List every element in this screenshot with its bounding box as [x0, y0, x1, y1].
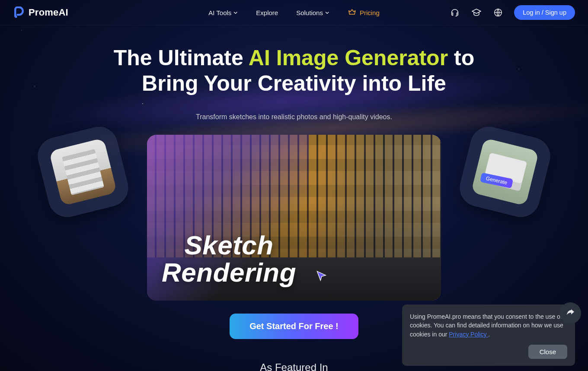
nav-pricing[interactable]: Pricing	[348, 8, 380, 18]
hero-title: The Ultimate AI Image Generator to Bring…	[86, 45, 502, 96]
nav-pricing-label: Pricing	[360, 9, 380, 16]
academy-cap-icon[interactable]	[471, 7, 482, 18]
chevron-down-icon	[233, 9, 238, 16]
brand-mark-icon	[13, 6, 25, 19]
floating-tile-left[interactable]	[34, 123, 132, 221]
hero-title-pre: The Ultimate	[114, 46, 249, 70]
crown-icon	[348, 8, 356, 18]
nav-solutions-label: Solutions	[296, 9, 323, 16]
privacy-policy-link[interactable]: Privacy Policy	[449, 331, 488, 338]
support-headset-icon[interactable]	[449, 7, 460, 18]
nav-ai-tools-label: AI Tools	[208, 9, 231, 16]
hero-title-highlight: AI Image Generator	[249, 46, 448, 70]
chevron-down-icon	[325, 9, 329, 16]
share-button[interactable]	[559, 302, 581, 324]
feature-card-title: Sketch Rendering	[162, 231, 296, 286]
cookie-toast: Using PromeAI.pro means that you consent…	[402, 304, 575, 366]
floating-tile-right[interactable]: Generate	[456, 123, 554, 221]
svg-point-0	[15, 16, 17, 18]
top-nav: PromeAI AI Tools Explore Solutions Prici…	[0, 0, 588, 25]
get-started-button[interactable]: Get Started For Free !	[230, 314, 358, 339]
nav-center: AI Tools Explore Solutions Pricing	[208, 8, 380, 18]
hero-stage: Sketch Rendering Generate	[9, 135, 579, 301]
login-signup-button[interactable]: Log in / Sign up	[514, 5, 575, 20]
cookie-text-post: .	[488, 331, 490, 338]
nav-explore[interactable]: Explore	[256, 9, 278, 16]
brand-logo[interactable]: PromeAI	[13, 6, 68, 19]
tile-left-image	[49, 138, 117, 206]
nav-solutions[interactable]: Solutions	[296, 9, 329, 16]
nav-right: Log in / Sign up	[449, 5, 575, 20]
cursor-icon	[315, 270, 329, 285]
language-globe-icon[interactable]	[492, 7, 504, 18]
hero-subtitle: Transform sketches into realistic photos…	[9, 113, 579, 121]
hero-feature-card[interactable]: Sketch Rendering	[147, 135, 441, 301]
brand-name: PromeAI	[29, 7, 68, 18]
feature-title-line1: Sketch	[162, 231, 296, 259]
share-icon	[565, 307, 575, 319]
feature-title-line2: Rendering	[162, 259, 296, 286]
nav-ai-tools[interactable]: AI Tools	[208, 9, 238, 16]
cookie-close-button[interactable]: Close	[528, 345, 567, 359]
tile-right-image: Generate	[471, 138, 539, 206]
nav-explore-label: Explore	[256, 9, 278, 16]
